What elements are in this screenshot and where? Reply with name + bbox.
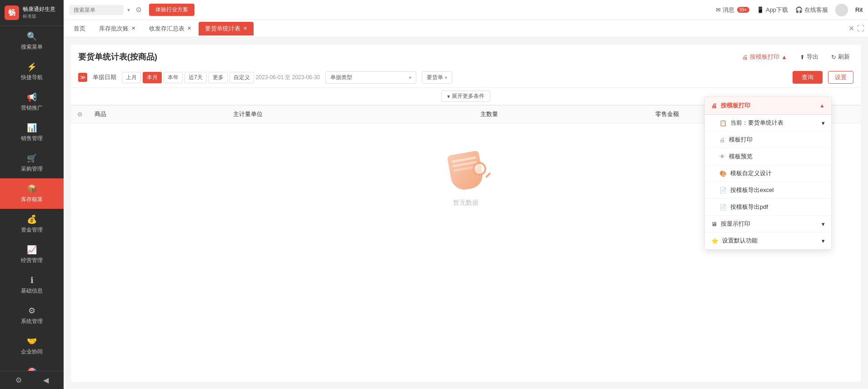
table-gear-icon[interactable]: ⚙ [77, 111, 83, 118]
type-select[interactable]: 单据类型 ▾ [325, 71, 416, 84]
date-btn-more[interactable]: 更多 [209, 72, 228, 83]
date-btn-last-7-days[interactable]: 近7天 [185, 72, 207, 83]
topbar-search-input[interactable] [69, 5, 124, 15]
export-btn[interactable]: ⬆ 导出 [796, 51, 822, 63]
sidebar-item-operations-label: 经营管理 [21, 257, 43, 264]
online-service-icon: 🎧 [795, 6, 803, 13]
username-label: Rit [855, 6, 863, 13]
expand-chevron-icon: ▾ [447, 93, 450, 100]
settings-gear-icon[interactable]: ⚙ [15, 376, 22, 384]
date-btn-custom[interactable]: 自定义 [229, 72, 254, 83]
export-label: 导出 [807, 53, 818, 61]
printer-icon: 🖨 [742, 54, 748, 61]
table-settings-btn[interactable]: 设置 [828, 71, 853, 84]
expand-more-btn[interactable]: ▾ 展开更多条件 [441, 91, 490, 102]
print-template-btn[interactable]: 🖨 按模板打印 ▲ [738, 51, 791, 63]
display-print-arrow-icon: ▾ [822, 221, 825, 227]
messages-item[interactable]: ✉ 消息 99+ [716, 6, 749, 14]
template-print-label: 模板打印 [729, 136, 753, 144]
template-design-item[interactable]: 🎨 模板自定义设计 [705, 165, 831, 182]
tab-order-stats-label: 要货单统计表 [205, 25, 240, 33]
sidebar-item-system-label: 系统管理 [21, 318, 43, 325]
sidebar-item-shortcuts[interactable]: ⚡ 快捷导航 [0, 56, 64, 87]
print-dropdown-collapse-icon[interactable]: ▲ [819, 102, 825, 109]
inventory-icon: 📦 [27, 184, 37, 194]
print-current-item[interactable]: 📋 当前：要货单统计表 ▾ [705, 115, 831, 131]
refresh-btn[interactable]: ↻ 刷新 [828, 51, 853, 63]
tab-receipts-summary[interactable]: 收发存汇总表 ✕ [143, 22, 198, 35]
sidebar-nav: 🔍 搜索菜单 ⚡ 快捷导航 📢 营销推广 📊 销售管理 🛒 采购管理 📦 库存核… [0, 26, 64, 371]
sidebar-item-enterprise-label: 企业协同 [21, 348, 43, 356]
collapse-icon[interactable]: ◀ [43, 376, 49, 384]
col-quantity: 主数量 [475, 106, 650, 123]
col-settings[interactable]: ⚙ [71, 106, 89, 123]
page-title: 要货单统计表(按商品) [78, 51, 157, 62]
online-service-label: 在线客服 [804, 6, 828, 14]
export-pdf-item[interactable]: 📄 按模板导出pdf [705, 199, 831, 216]
sidebar-item-sales[interactable]: 📊 销售管理 [0, 117, 64, 148]
tab-order-stats[interactable]: 要货单统计表 ✕ [199, 22, 254, 35]
date-btn-this-year[interactable]: 本年 [164, 72, 183, 83]
date-btn-last-month[interactable]: 上月 [122, 72, 141, 83]
app-download-item[interactable]: 📱 App下载 [757, 6, 788, 14]
system-icon: ⚙ [28, 306, 35, 316]
print-chevron-icon: ▲ [781, 54, 787, 61]
messages-badge: 99+ [737, 7, 749, 13]
topbar-gear-icon[interactable]: ⚙ [135, 5, 142, 14]
shortcut-icon: ⚡ [27, 62, 37, 72]
sidebar-item-purchase[interactable]: 🛒 采购管理 [0, 148, 64, 178]
tab-order-stats-close[interactable]: ✕ [243, 25, 247, 31]
sidebar-item-marketing[interactable]: 📢 营销推广 [0, 87, 64, 117]
online-service-item[interactable]: 🎧 在线客服 [795, 6, 828, 14]
tab-inventory-batch-close[interactable]: ✕ [131, 25, 135, 31]
sidebar-item-search-label: 搜索菜单 [21, 43, 43, 51]
finance-icon: 💰 [27, 214, 37, 224]
refresh-icon: ↻ [831, 54, 836, 61]
print-template-item[interactable]: 🖨 模板打印 [705, 131, 831, 148]
display-print-label: 按显示打印 [721, 220, 750, 228]
template-print-icon: 🖨 [719, 136, 725, 143]
sidebar-item-basic-info[interactable]: ℹ 基础信息 [0, 270, 64, 300]
display-print-section[interactable]: 🖥 按显示打印 ▾ [705, 216, 831, 232]
enterprise-icon: 🤝 [27, 336, 37, 346]
industry-btn[interactable]: 体验行业方案 [149, 4, 195, 16]
print-template-label: 按模板打印 [750, 53, 779, 61]
tab-receipts-summary-close[interactable]: ✕ [187, 25, 191, 31]
user-avatar[interactable] [835, 4, 848, 16]
tab-inventory-batch[interactable]: 库存批次账 ✕ [93, 22, 142, 35]
default-function-section[interactable]: ⭐ 设置默认功能 ▾ [705, 232, 831, 249]
print-dropdown-printer-icon: 🖨 [711, 102, 717, 109]
sidebar-item-system[interactable]: ⚙ 系统管理 [0, 300, 64, 331]
more-filter-select[interactable]: 要货单 ▾ [422, 71, 452, 84]
sidebar-item-beginner[interactable]: 🎯 新手引导 [0, 361, 64, 371]
basic-info-icon: ℹ [30, 275, 34, 285]
tab-home[interactable]: 首页 [67, 22, 92, 35]
sidebar-item-search[interactable]: 🔍 搜索菜单 [0, 26, 64, 56]
template-preview-label: 模板预览 [729, 152, 753, 161]
empty-text: 暂无数据 [453, 199, 479, 207]
template-preview-icon: 👁 [719, 153, 725, 160]
sidebar-item-inventory[interactable]: 📦 库存核算 [0, 178, 64, 209]
app-download-label: App下载 [766, 6, 788, 14]
sidebar-item-shortcuts-label: 快捷导航 [21, 74, 43, 81]
topbar-chevron-icon[interactable]: ▾ [127, 7, 130, 13]
print-dropdown: 🖨 按模板打印 ▲ 📋 当前：要货单统计表 ▾ 🖨 模板打印 [704, 96, 832, 250]
empty-illustration [443, 151, 489, 192]
sidebar-item-finance[interactable]: 💰 资金管理 [0, 209, 64, 239]
sidebar-item-operations[interactable]: 📈 经营管理 [0, 239, 64, 270]
tab-close-all-icon[interactable]: ✕ [848, 24, 854, 33]
export-excel-item[interactable]: 📄 按模板导出excel [705, 182, 831, 199]
print-current-arrow-icon: ▾ [822, 120, 825, 126]
query-btn[interactable]: 查询 [793, 71, 823, 84]
date-btn-this-month[interactable]: 本月 [143, 72, 162, 83]
print-preview-item[interactable]: 👁 模板预览 [705, 148, 831, 165]
sidebar-item-purchase-label: 采购管理 [21, 165, 43, 173]
tab-inventory-batch-label: 库存批次账 [99, 25, 129, 33]
print-dropdown-header: 🖨 按模板打印 ▲ [705, 97, 831, 115]
marketing-icon: 📢 [27, 92, 37, 102]
message-icon: ✉ [716, 6, 721, 13]
sidebar-item-enterprise[interactable]: 🤝 企业协同 [0, 331, 64, 361]
col-product: 商品 [89, 106, 228, 123]
filter-toggle-btn[interactable]: ≫ [78, 73, 87, 82]
tab-expand-icon[interactable]: ⛶ [857, 25, 864, 33]
